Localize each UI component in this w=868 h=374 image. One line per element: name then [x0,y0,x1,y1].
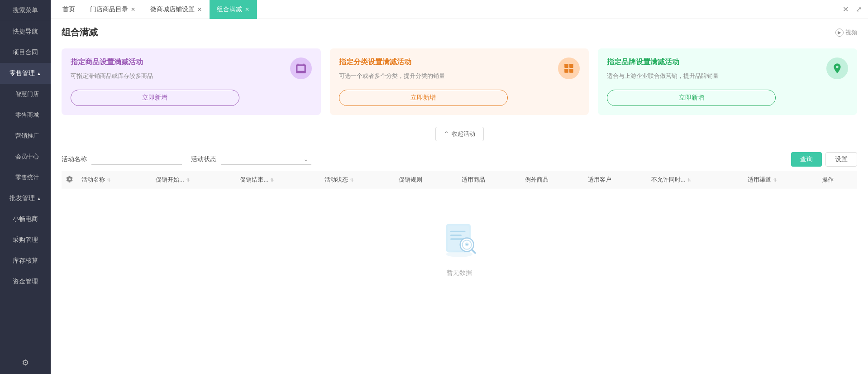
data-table: 活动名称 ⇅ 促销开始... ⇅ 促销结束... [62,171,857,189]
product-card-icon [290,58,312,79]
sidebar-item-marketing[interactable]: 营销推广 [0,125,51,146]
svg-point-13 [465,242,469,246]
activity-name-field: 活动名称 [62,153,182,165]
chevron-down-icon: ⌄ [303,155,309,163]
collapse-button[interactable]: ⌃ 收起活动 [435,127,484,141]
sidebar-item-wholesale-management[interactable]: 批发管理 ▲ [0,188,51,209]
col-not-allow-simultaneous: 不允许同时... ⇅ [648,171,744,189]
col-applicable-customers: 适用客户 [584,171,647,189]
sort-promo-start[interactable]: ⇅ [186,177,190,182]
col-activity-name: 活动名称 ⇅ [78,171,152,189]
svg-rect-9 [450,238,463,240]
play-icon: ▶ [835,29,844,37]
page-header: 组合满减 ▶ 视频 [51,19,868,44]
activity-name-label: 活动名称 [62,155,87,163]
collapse-bar: ⌃ 收起活动 [51,124,868,148]
brand-card-desc: 适合与上游企业联合做营销，提升品牌销量 [607,72,848,81]
sidebar-settings-button[interactable]: ⚙ [0,351,51,374]
sidebar: 搜索菜单 快捷导航 项目合同 零售管理 ▲ 智慧门店 零售商城 营销推广 会员中… [0,0,51,374]
col-operation: 操作 [818,171,857,189]
col-exception-goods: 例外商品 [521,171,584,189]
sort-promo-end[interactable]: ⇅ [270,177,274,182]
sort-activity-status[interactable]: ⇅ [350,177,353,182]
empty-illustration [437,216,482,262]
video-link[interactable]: ▶ 视频 [835,29,857,37]
sidebar-item-quick-nav[interactable]: 快捷导航 [0,21,51,42]
category-card-btn[interactable]: 立即新增 [339,90,508,106]
table-area: 活动名称 ⇅ 促销开始... ⇅ 促销结束... [51,171,868,295]
tab-store-catalog-close[interactable]: ✕ [131,6,135,13]
product-card-btn[interactable]: 立即新增 [71,90,239,106]
svg-rect-1 [569,64,573,68]
col-promo-rule: 促销规则 [395,171,458,189]
window-close-button[interactable]: ✕ [841,3,850,15]
sidebar-item-inventory-core[interactable]: 库存核算 [0,250,51,271]
brand-card-btn[interactable]: 立即新增 [607,90,776,106]
empty-state: 暂无数据 [62,189,857,295]
product-card-desc: 可指定滞销商品或库存较多商品 [71,72,312,81]
tab-store-catalog[interactable]: 门店商品目录 ✕ [83,0,143,19]
svg-rect-2 [565,69,569,73]
svg-line-12 [472,249,475,253]
sidebar-search[interactable]: 搜索菜单 [0,0,51,21]
product-card-title: 指定商品设置满减活动 [71,58,312,67]
query-button[interactable]: 查询 [791,152,822,167]
sidebar-item-purchase-management[interactable]: 采购管理 [0,230,51,250]
wholesale-management-arrow: ▲ [37,196,41,201]
sort-applicable-channel[interactable]: ⇅ [773,177,777,182]
svg-rect-8 [450,235,462,236]
sidebar-item-capital-management[interactable]: 资金管理 [0,271,51,292]
page-title: 组合满减 [62,26,98,38]
tab-bar-actions: ✕ ⤢ [841,3,863,15]
activity-status-label: 活动状态 [191,155,216,163]
brand-card-icon [826,58,848,79]
tab-wechat-store[interactable]: 微商城店铺设置 ✕ [143,0,210,19]
activity-status-select[interactable]: ⌄ [221,153,311,165]
empty-text: 暂无数据 [447,269,472,277]
sidebar-item-project-contract[interactable]: 项目合同 [0,42,51,63]
page-content: 组合满减 ▶ 视频 指定商品设置满减活动 可指定滞销商品或库存较多商品 立即新增 [51,19,868,374]
main-content: 首页 门店商品目录 ✕ 微商城店铺设置 ✕ 组合满减 ✕ ✕ ⤢ 组合满减 ▶ … [51,0,868,374]
svg-rect-7 [450,230,465,232]
retail-management-arrow: ▲ [37,71,41,76]
activity-status-field: 活动状态 ⌄ [191,153,311,165]
col-gear[interactable] [62,171,78,189]
product-card: 指定商品设置满减活动 可指定滞销商品或库存较多商品 立即新增 [62,48,321,115]
collapse-icon: ⌃ [444,130,449,137]
sidebar-item-xiaochange-ecommerce[interactable]: 小畅电商 [0,209,51,230]
sidebar-item-retail-mall[interactable]: 零售商城 [0,105,51,125]
activity-name-input[interactable] [91,153,182,165]
svg-rect-0 [565,64,569,68]
category-card: 指定分类设置满减活动 可选一个或者多个分类，提升分类的销量 立即新增 [330,48,589,115]
svg-rect-3 [569,69,573,73]
sidebar-item-smart-store[interactable]: 智慧门店 [0,84,51,105]
tab-wechat-store-close[interactable]: ✕ [197,6,202,13]
col-applicable-channel: 适用渠道 ⇅ [744,171,818,189]
category-card-title: 指定分类设置满减活动 [339,58,580,67]
col-promo-end: 促销结束... ⇅ [236,171,320,189]
category-card-icon [558,58,580,79]
sidebar-item-retail-stats[interactable]: 零售统计 [0,167,51,188]
sidebar-item-retail-management[interactable]: 零售管理 ▲ [0,63,51,84]
category-card-desc: 可选一个或者多个分类，提升分类的销量 [339,72,580,81]
sort-not-allow-simultaneous[interactable]: ⇅ [687,177,691,182]
window-maximize-button[interactable]: ⤢ [854,3,863,15]
tab-combo-discount-close[interactable]: ✕ [245,6,249,13]
col-promo-start: 促销开始... ⇅ [152,171,236,189]
col-applicable-goods: 适用商品 [458,171,521,189]
brand-card-title: 指定品牌设置满减活动 [607,58,848,67]
settings-button[interactable]: 设置 [825,152,857,167]
cards-row: 指定商品设置满减活动 可指定滞销商品或库存较多商品 立即新增 指定分类设置满减活… [51,44,868,124]
sort-activity-name[interactable]: ⇅ [107,177,110,182]
search-actions: 查询 设置 [791,152,857,167]
sidebar-item-member-center[interactable]: 会员中心 [0,146,51,167]
tab-home[interactable]: 首页 [55,0,83,19]
col-activity-status: 活动状态 ⇅ [321,171,395,189]
tab-combo-discount[interactable]: 组合满减 ✕ [210,0,257,19]
tab-bar: 首页 门店商品目录 ✕ 微商城店铺设置 ✕ 组合满减 ✕ ✕ ⤢ [51,0,868,19]
search-area: 活动名称 活动状态 ⌄ 查询 设置 [51,148,868,171]
brand-card: 指定品牌设置满减活动 适合与上游企业联合做营销，提升品牌销量 立即新增 [598,48,857,115]
